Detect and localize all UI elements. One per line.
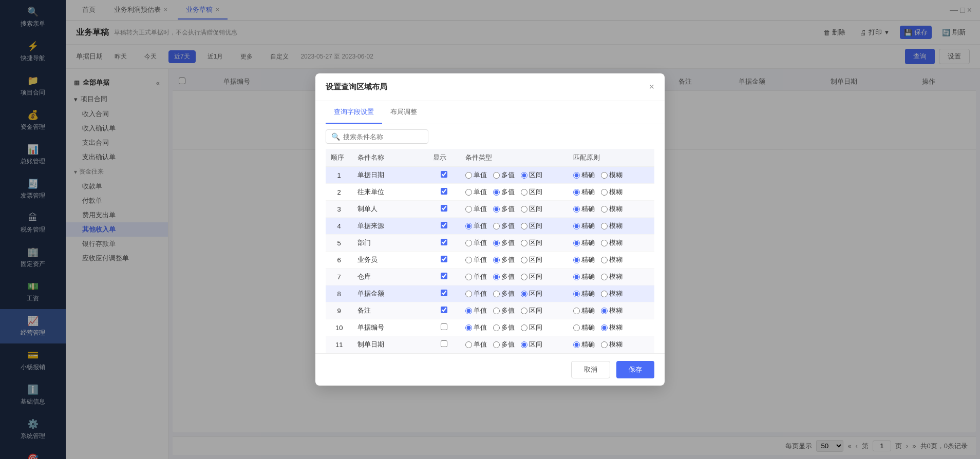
type-radio-单值[interactable]: [465, 324, 472, 331]
type-radio-多值[interactable]: [493, 257, 500, 263]
type-radio-单值[interactable]: [465, 206, 472, 213]
match-radio-精确[interactable]: [573, 189, 580, 196]
match-radio-模糊[interactable]: [601, 324, 608, 331]
type-radio-多值[interactable]: [493, 324, 500, 331]
type-radio-单值[interactable]: [465, 223, 472, 230]
type-option-单值[interactable]: 单值: [465, 340, 487, 349]
type-option-多值[interactable]: 多值: [493, 170, 515, 180]
type-radio-多值[interactable]: [493, 206, 500, 213]
match-radio-精确[interactable]: [573, 206, 580, 213]
type-option-单值[interactable]: 单值: [465, 238, 487, 247]
match-radio-模糊[interactable]: [601, 274, 608, 280]
dialog-search-input[interactable]: [343, 133, 423, 141]
type-radio-区间[interactable]: [521, 206, 527, 213]
match-option-精确[interactable]: 精确: [573, 187, 595, 197]
match-option-模糊[interactable]: 模糊: [601, 306, 623, 315]
type-option-多值[interactable]: 多值: [493, 255, 515, 264]
show-checkbox[interactable]: [441, 340, 447, 347]
type-option-区间[interactable]: 区间: [521, 187, 542, 197]
match-option-精确[interactable]: 精确: [573, 255, 595, 264]
type-radio-区间[interactable]: [521, 257, 527, 263]
match-radio-精确[interactable]: [573, 240, 580, 246]
show-checkbox[interactable]: [441, 256, 447, 262]
type-option-单值[interactable]: 单值: [465, 323, 487, 332]
type-option-单值[interactable]: 单值: [465, 170, 487, 180]
match-option-模糊[interactable]: 模糊: [601, 323, 623, 332]
type-radio-多值[interactable]: [493, 274, 500, 280]
match-radio-模糊[interactable]: [601, 240, 608, 246]
type-radio-区间[interactable]: [521, 308, 527, 314]
show-checkbox[interactable]: [441, 273, 447, 279]
match-radio-模糊[interactable]: [601, 257, 608, 263]
type-option-单值[interactable]: 单值: [465, 204, 487, 214]
dialog-tab-query-fields[interactable]: 查询字段设置: [326, 101, 382, 124]
type-radio-多值[interactable]: [493, 172, 500, 179]
type-option-单值[interactable]: 单值: [465, 289, 487, 298]
type-radio-区间[interactable]: [521, 240, 527, 246]
type-option-区间[interactable]: 区间: [521, 323, 542, 332]
type-option-单值[interactable]: 单值: [465, 306, 487, 315]
match-option-模糊[interactable]: 模糊: [601, 221, 623, 231]
show-checkbox[interactable]: [441, 323, 447, 330]
match-radio-精确[interactable]: [573, 223, 580, 230]
match-option-模糊[interactable]: 模糊: [601, 272, 623, 281]
type-option-多值[interactable]: 多值: [493, 204, 515, 214]
type-option-多值[interactable]: 多值: [493, 221, 515, 231]
type-option-多值[interactable]: 多值: [493, 306, 515, 315]
type-radio-多值[interactable]: [493, 189, 500, 196]
match-radio-模糊[interactable]: [601, 223, 608, 230]
type-option-多值[interactable]: 多值: [493, 272, 515, 281]
match-option-精确[interactable]: 精确: [573, 306, 595, 315]
match-option-精确[interactable]: 精确: [573, 340, 595, 349]
type-radio-多值[interactable]: [493, 308, 500, 314]
type-option-区间[interactable]: 区间: [521, 238, 542, 247]
match-option-精确[interactable]: 精确: [573, 221, 595, 231]
match-radio-精确[interactable]: [573, 274, 580, 280]
type-radio-区间[interactable]: [521, 189, 527, 196]
type-option-区间[interactable]: 区间: [521, 289, 542, 298]
cancel-button[interactable]: 取消: [571, 361, 610, 378]
show-checkbox[interactable]: [441, 188, 447, 195]
type-option-多值[interactable]: 多值: [493, 289, 515, 298]
show-checkbox[interactable]: [441, 171, 447, 178]
show-checkbox[interactable]: [441, 205, 447, 212]
match-radio-模糊[interactable]: [601, 206, 608, 213]
type-radio-多值[interactable]: [493, 291, 500, 297]
match-radio-模糊[interactable]: [601, 341, 608, 348]
type-option-多值[interactable]: 多值: [493, 187, 515, 197]
type-radio-多值[interactable]: [493, 341, 500, 348]
type-radio-区间[interactable]: [521, 291, 527, 297]
type-option-区间[interactable]: 区间: [521, 306, 542, 315]
type-option-区间[interactable]: 区间: [521, 340, 542, 349]
match-option-精确[interactable]: 精确: [573, 238, 595, 247]
type-radio-多值[interactable]: [493, 240, 500, 246]
save-button[interactable]: 保存: [616, 361, 654, 378]
show-checkbox[interactable]: [441, 290, 447, 296]
show-checkbox[interactable]: [441, 239, 447, 245]
match-option-模糊[interactable]: 模糊: [601, 204, 623, 214]
show-checkbox[interactable]: [441, 307, 447, 313]
type-radio-单值[interactable]: [465, 172, 472, 179]
match-option-精确[interactable]: 精确: [573, 272, 595, 281]
type-option-多值[interactable]: 多值: [493, 340, 515, 349]
match-option-模糊[interactable]: 模糊: [601, 255, 623, 264]
match-option-模糊[interactable]: 模糊: [601, 170, 623, 180]
type-option-区间[interactable]: 区间: [521, 255, 542, 264]
type-option-区间[interactable]: 区间: [521, 204, 542, 214]
type-option-单值[interactable]: 单值: [465, 255, 487, 264]
type-radio-单值[interactable]: [465, 189, 472, 196]
type-radio-单值[interactable]: [465, 291, 472, 297]
type-option-单值[interactable]: 单值: [465, 272, 487, 281]
type-radio-区间[interactable]: [521, 324, 527, 331]
match-radio-模糊[interactable]: [601, 291, 608, 297]
match-radio-精确[interactable]: [573, 308, 580, 314]
match-option-精确[interactable]: 精确: [573, 170, 595, 180]
match-option-精确[interactable]: 精确: [573, 323, 595, 332]
type-option-单值[interactable]: 单值: [465, 187, 487, 197]
match-option-模糊[interactable]: 模糊: [601, 238, 623, 247]
dialog-close-button[interactable]: ×: [649, 82, 654, 92]
match-radio-模糊[interactable]: [601, 308, 608, 314]
type-radio-单值[interactable]: [465, 257, 472, 263]
match-radio-模糊[interactable]: [601, 172, 608, 179]
match-radio-模糊[interactable]: [601, 189, 608, 196]
